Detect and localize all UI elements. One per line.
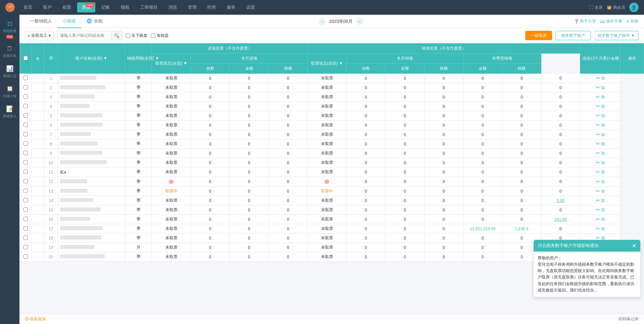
row-ops[interactable]: ✏⧉ [580, 74, 621, 83]
copy-icon[interactable]: ⧉ [601, 94, 605, 100]
row-checkbox[interactable] [23, 217, 28, 221]
next-month-btn[interactable]: › [356, 18, 363, 25]
edit-icon[interactable]: ✏ [596, 207, 600, 212]
row-checkbox[interactable] [23, 85, 28, 89]
new-guide-btn[interactable]: ❓ 新手引导 [574, 18, 596, 24]
select-all-checkbox[interactable] [23, 56, 28, 60]
row-checkbox[interactable] [23, 141, 28, 146]
row-customer-name[interactable] [58, 224, 125, 234]
edit-icon[interactable]: ✏ [596, 188, 600, 194]
row-checkbox-cell[interactable] [20, 121, 32, 130]
copy-icon[interactable]: ⧉ [601, 160, 605, 165]
row-checkbox-cell[interactable] [20, 130, 32, 139]
row-checkbox[interactable] [23, 207, 28, 212]
edit-icon[interactable]: ✏ [596, 169, 600, 175]
row-customer-name[interactable] [58, 205, 125, 215]
row-checkbox-cell[interactable] [20, 168, 32, 177]
nav-home[interactable]: 首页 [19, 2, 37, 12]
row-customer-name[interactable] [58, 187, 125, 196]
sidebar-item-invoice-open[interactable]: 🗒 发票开具 [0, 43, 19, 61]
copy-icon[interactable]: ⧉ [601, 188, 605, 194]
row-customer-name[interactable] [58, 234, 125, 243]
row-customer-name[interactable] [58, 252, 125, 262]
nav-tax[interactable]: 报税 [116, 2, 134, 12]
row-customer-name[interactable] [58, 149, 125, 158]
row-customer-name[interactable] [58, 243, 125, 252]
nav-message[interactable]: 消息 [164, 2, 182, 12]
nav-service[interactable]: 服务 [222, 2, 240, 12]
row-customer-name[interactable]: tEa [58, 168, 125, 177]
row-ops[interactable]: ✏⧉ [580, 187, 621, 196]
row-customer-name[interactable] [58, 215, 125, 224]
notification-close-btn[interactable]: ✕ [632, 243, 636, 249]
copy-icon[interactable]: ⧉ [601, 122, 605, 128]
copy-icon[interactable]: ⧉ [601, 113, 605, 118]
row-ops[interactable]: ✏⧉ [580, 177, 621, 187]
sidebar-item-ticket-entry[interactable]: 📝 票据录入 [0, 103, 19, 121]
digital-account-btn[interactable]: 税务数字账户 [555, 31, 591, 40]
row-checkbox[interactable] [23, 160, 28, 165]
edit-icon[interactable]: ✏ [596, 141, 600, 146]
row-ops[interactable]: ✏⧉ [580, 121, 621, 130]
row-customer-name[interactable] [58, 139, 125, 149]
row-checkbox-cell[interactable] [20, 139, 32, 149]
nav-business[interactable]: 工商项目 [136, 2, 162, 12]
row-checkbox[interactable] [23, 76, 28, 80]
down-account-checkbox[interactable] [126, 34, 130, 38]
sidebar-item-ticket-summary[interactable]: 📊 票据汇总 [0, 62, 19, 81]
row-customer-name[interactable] [58, 177, 125, 187]
row-ops[interactable]: ✏⧉ [580, 83, 621, 92]
copy-icon[interactable]: ⧉ [601, 216, 605, 222]
has-tax-disk-filter[interactable]: 有税盘 [151, 33, 169, 39]
edit-icon[interactable]: ✏ [596, 226, 600, 231]
row-checkbox-cell[interactable] [20, 215, 32, 224]
nav-operation[interactable]: 经营 [203, 2, 221, 12]
tab-small-scale[interactable]: 小规模 [57, 15, 81, 28]
search-button[interactable]: 🔍 [111, 31, 122, 40]
row-checkbox[interactable] [23, 170, 28, 174]
row-ops[interactable]: ✏⧉ [580, 102, 621, 111]
row-customer-name[interactable] [58, 74, 125, 83]
row-checkbox-cell[interactable] [20, 196, 32, 205]
edit-icon[interactable]: ✏ [596, 150, 600, 156]
row-checkbox-cell[interactable] [20, 252, 32, 262]
th-out-status[interactable]: 取票状态(全部) ▼ [308, 54, 346, 74]
nav-management[interactable]: 管理 [183, 2, 201, 12]
row-ops[interactable]: ✏⧉ [580, 149, 621, 158]
row-customer-name[interactable] [58, 111, 125, 121]
row-checkbox-cell[interactable] [20, 149, 32, 158]
edit-icon[interactable]: ✏ [596, 113, 600, 118]
digital-account-ops-btn[interactable]: 税务数字账户操作 ▼ [594, 31, 639, 40]
edit-icon[interactable]: ✏ [596, 104, 600, 109]
edit-icon[interactable]: ✏ [596, 122, 600, 128]
row-customer-name[interactable] [58, 158, 125, 168]
row-checkbox[interactable] [23, 245, 28, 249]
row-customer-name[interactable] [58, 121, 125, 130]
edit-icon[interactable]: ✏ [596, 179, 600, 184]
row-checkbox[interactable] [23, 113, 28, 118]
row-checkbox-cell[interactable] [20, 111, 32, 121]
th-name[interactable]: 客户名称(全部) ▼ [58, 44, 125, 74]
row-checkbox-cell[interactable] [20, 234, 32, 243]
row-checkbox-cell[interactable] [20, 177, 32, 187]
fullscreen-btn[interactable]: ⛶ 全屏 [589, 5, 603, 10]
copy-icon[interactable]: ⧉ [601, 207, 605, 212]
row-checkbox[interactable] [23, 254, 28, 259]
row-checkbox[interactable] [23, 189, 28, 193]
row-checkbox-cell[interactable] [20, 187, 32, 196]
row-ops[interactable]: ✏⧉ [580, 111, 621, 121]
copy-icon[interactable]: ⧉ [601, 226, 605, 231]
tab-all[interactable]: 🌐 全能 [81, 15, 108, 28]
copy-icon[interactable]: ⧉ [601, 85, 605, 90]
row-checkbox[interactable] [23, 123, 28, 127]
row-checkbox-cell[interactable] [20, 224, 32, 234]
row-ops[interactable]: ✏⧉ [580, 215, 621, 224]
nav-settings[interactable]: 设置 [241, 2, 260, 12]
row-checkbox[interactable] [23, 151, 28, 155]
row-customer-name[interactable] [58, 92, 125, 102]
row-checkbox[interactable] [23, 94, 28, 99]
edit-icon[interactable]: ✏ [596, 160, 600, 165]
nav-ticket[interactable]: 票据 new [77, 2, 95, 12]
tab-general-taxpayer[interactable]: 一般纳税人 [25, 15, 57, 28]
nav-receipt[interactable]: 收票 [58, 2, 76, 12]
